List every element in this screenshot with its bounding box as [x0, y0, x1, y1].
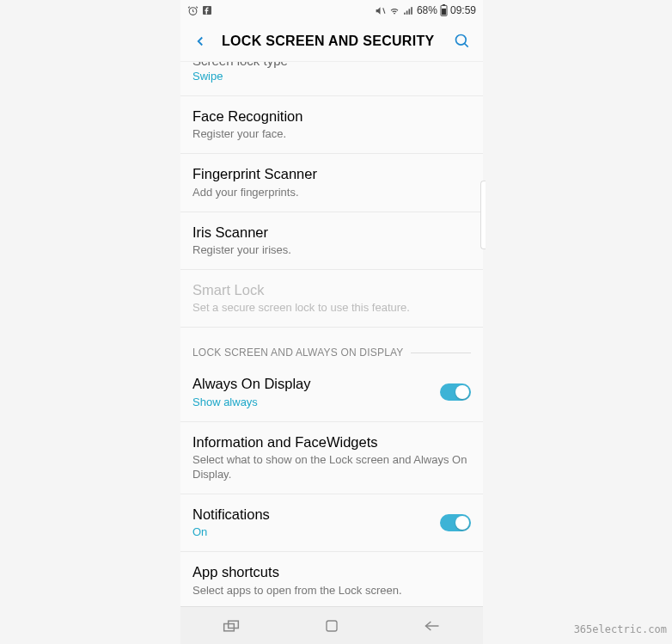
svg-rect-9 — [442, 9, 446, 15]
item-subtitle: Add your fingerprints. — [192, 186, 471, 200]
svg-point-10 — [456, 34, 467, 45]
page-title: LOCK SCREEN AND SECURITY — [222, 34, 440, 49]
svg-rect-4 — [406, 10, 408, 14]
svg-rect-5 — [408, 9, 410, 14]
item-face-widgets[interactable]: Information and FaceWidgets Select what … — [180, 422, 483, 494]
item-always-on-display[interactable]: Always On Display Show always — [180, 364, 483, 421]
facebook-icon — [202, 5, 212, 15]
watermark: 365electric.com — [574, 623, 667, 635]
recents-button[interactable] — [205, 612, 257, 640]
item-face-recognition[interactable]: Face Recognition Register your face. — [180, 96, 483, 154]
item-iris-scanner[interactable]: Iris Scanner Register your irises. — [180, 212, 483, 270]
item-title: Smart Lock — [192, 281, 471, 299]
clock-time: 09:59 — [450, 4, 476, 16]
item-smart-lock: Smart Lock Set a secure screen lock to u… — [180, 270, 483, 328]
svg-rect-14 — [327, 621, 337, 631]
item-notifications[interactable]: Notifications On — [180, 494, 483, 552]
home-button[interactable] — [307, 611, 357, 641]
item-title: Face Recognition — [192, 107, 471, 126]
svg-line-11 — [465, 43, 468, 46]
phone-frame: 68% 09:59 LOCK SCREEN AND SECURITY Scree… — [180, 0, 483, 644]
scroll-hint — [480, 181, 483, 249]
battery-icon — [440, 4, 448, 16]
item-title: Screen lock type — [192, 62, 471, 68]
item-subtitle: Register your irises. — [192, 243, 471, 258]
item-subtitle: Select apps to open from the Lock screen… — [192, 584, 471, 598]
svg-rect-12 — [224, 623, 235, 630]
item-app-shortcuts[interactable]: App shortcuts Select apps to open from t… — [180, 552, 483, 606]
item-title: Always On Display — [192, 375, 440, 393]
svg-rect-8 — [443, 4, 445, 5]
item-title: Information and FaceWidgets — [192, 433, 471, 451]
navigation-bar — [180, 606, 483, 644]
toggle-always-on-display[interactable] — [440, 383, 471, 401]
settings-list[interactable]: Screen lock type Swipe Face Recognition … — [180, 62, 483, 606]
svg-line-2 — [383, 8, 385, 14]
item-subtitle: Select what to show on the Lock screen a… — [192, 453, 471, 482]
wifi-icon — [388, 5, 400, 16]
item-subtitle: Show always — [192, 396, 440, 410]
search-button[interactable] — [450, 29, 474, 53]
item-title: App shortcuts — [192, 563, 471, 581]
status-bar: 68% 09:59 — [180, 0, 483, 21]
alarm-icon — [187, 5, 199, 16]
item-title: Fingerprint Scanner — [192, 165, 471, 183]
svg-rect-6 — [411, 7, 412, 15]
item-fingerprint-scanner[interactable]: Fingerprint Scanner Add your fingerprint… — [180, 154, 483, 212]
back-nav-button[interactable] — [406, 612, 458, 640]
back-button[interactable] — [189, 30, 211, 52]
mute-icon — [375, 5, 386, 16]
item-screen-lock-type[interactable]: Screen lock type Swipe — [180, 62, 483, 96]
item-subtitle: On — [192, 525, 440, 540]
item-subtitle: Set a secure screen lock to use this fea… — [192, 301, 471, 316]
toggle-notifications[interactable] — [440, 514, 471, 531]
app-header: LOCK SCREEN AND SECURITY — [180, 21, 483, 62]
item-title: Notifications — [192, 506, 440, 524]
item-subtitle: Register your face. — [192, 127, 471, 142]
svg-rect-3 — [404, 12, 406, 14]
item-title: Iris Scanner — [192, 224, 471, 242]
signal-icon — [403, 5, 414, 16]
section-header: LOCK SCREEN AND ALWAYS ON DISPLAY — [180, 328, 483, 364]
battery-percent: 68% — [417, 4, 437, 16]
item-subtitle: Swipe — [192, 70, 471, 84]
svg-rect-13 — [229, 621, 239, 628]
